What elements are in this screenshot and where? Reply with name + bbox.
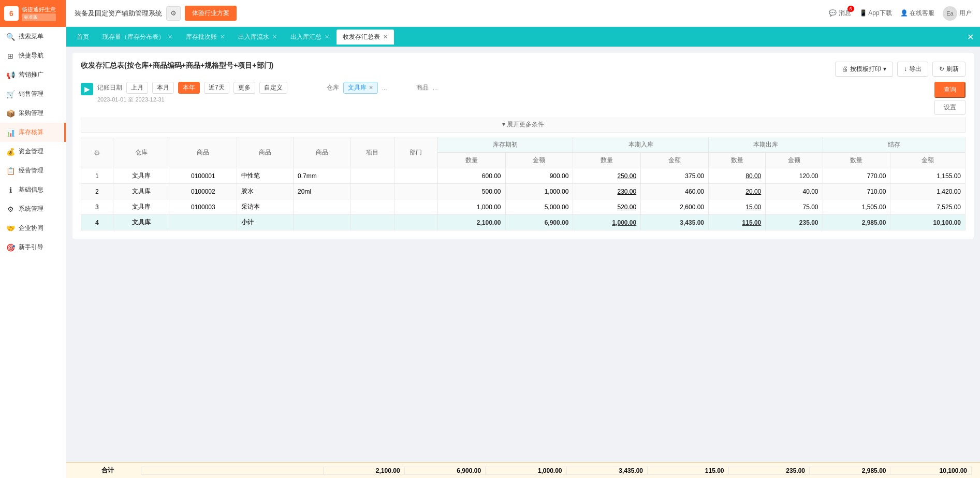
row1-in-qty[interactable]: 250.00 <box>573 168 641 184</box>
sidebar-item-sales[interactable]: 🛒 销售管理 <box>0 84 66 104</box>
last-month-btn[interactable]: 上月 <box>126 82 148 94</box>
sidebar-item-guide[interactable]: 🎯 新手引导 <box>0 238 66 257</box>
sidebar-item-search-menu[interactable]: 🔍 搜索菜单 <box>0 27 66 46</box>
th-in-qty: 数量 <box>573 153 641 168</box>
avatar: Ea <box>943 6 957 21</box>
row3-no: 3 <box>81 199 113 215</box>
query-button[interactable]: 查询 <box>934 82 966 98</box>
row2-out-qty[interactable]: 20.00 <box>709 184 766 199</box>
export-icon: ↓ <box>904 65 907 73</box>
expand-conditions-button[interactable]: ▾ 展开更多条件 <box>81 117 966 133</box>
goods-ellipsis[interactable]: ... <box>433 84 438 92</box>
th-dept: 部门 <box>394 137 437 168</box>
row2-in-amt: 460.00 <box>641 184 709 199</box>
tab-close-recv-send-summary[interactable]: ✕ <box>383 34 388 40</box>
header-gear-button[interactable]: ⚙ <box>166 6 181 21</box>
th-out-amt: 金额 <box>766 153 823 168</box>
tab-stock-dist[interactable]: 现存量（库存分布表） ✕ <box>96 30 179 45</box>
subtotal-out-qty[interactable]: 115.00 <box>709 215 766 230</box>
subtotal-in-qty[interactable]: 1,000.00 <box>573 215 641 230</box>
row3-close-amt: 7,525.00 <box>890 199 966 215</box>
sidebar-item-enterprise[interactable]: 🤝 企业协同 <box>0 219 66 238</box>
sidebar-item-purchase[interactable]: 📦 采购管理 <box>0 104 66 123</box>
row3-code: 0100003 <box>169 199 237 215</box>
tab-inout-flow[interactable]: 出入库流水 ✕ <box>232 30 283 45</box>
sidebar-item-quick-nav[interactable]: ⊞ 快捷导航 <box>0 46 66 65</box>
tab-close-inout-summary[interactable]: ✕ <box>325 34 329 40</box>
sidebar-item-marketing[interactable]: 📢 营销推广 <box>0 65 66 84</box>
tab-inout-summary[interactable]: 出入库汇总 ✕ <box>284 30 335 45</box>
th-outbound-group: 本期出库 <box>709 137 823 153</box>
user-area[interactable]: Ea 用户 <box>943 6 972 21</box>
print-button[interactable]: 🖨 按模板打印 ▾ <box>835 62 893 77</box>
online-service-link[interactable]: 👤 在线客服 <box>900 9 934 18</box>
sidebar-item-inventory[interactable]: 📊 库存核算 <box>0 123 66 142</box>
warehouse-label: 仓库 <box>327 83 339 92</box>
subtotal-in-amt: 3,435.00 <box>641 215 709 230</box>
row3-close-qty: 1,505.00 <box>823 199 890 215</box>
total-open-amt: 6,900.00 <box>404 467 485 474</box>
subtotal-open-qty: 2,100.00 <box>437 215 505 230</box>
this-year-btn[interactable]: 本年 <box>178 82 200 94</box>
row2-code: 0100002 <box>169 184 237 199</box>
this-month-btn[interactable]: 本月 <box>152 82 174 94</box>
row2-in-qty[interactable]: 230.00 <box>573 184 641 199</box>
tab-close-stock-dist[interactable]: ✕ <box>168 34 172 40</box>
row2-project <box>350 184 394 199</box>
subtotal-open-amt: 6,900.00 <box>505 215 573 230</box>
tab-batch[interactable]: 库存批次账 ✕ <box>180 30 231 45</box>
th-settings[interactable]: ⚙ <box>81 137 113 168</box>
row1-dept <box>394 168 437 184</box>
footer-label: 合计 <box>75 466 141 475</box>
subtotal-row: 4 文具库 小计 2,100.00 6,900.00 1,000.00 3,43… <box>81 215 966 230</box>
th-closing-group: 结存 <box>823 137 965 153</box>
row3-name: 采访本 <box>237 199 294 215</box>
sidebar-logo: 6 畅捷通好生意 标准版 <box>0 0 66 27</box>
tab-close-inout-flow[interactable]: ✕ <box>272 34 277 40</box>
row3-out-qty[interactable]: 15.00 <box>709 199 766 215</box>
system-icon: ⚙ <box>6 205 14 213</box>
marketing-icon: 📢 <box>6 71 14 79</box>
th-warehouse: 仓库 <box>113 137 169 168</box>
date-label: 记账日期 <box>97 83 122 92</box>
app-download-link[interactable]: 📱 App下载 <box>859 9 892 18</box>
row1-out-qty[interactable]: 80.00 <box>709 168 766 184</box>
row2-dept <box>394 184 437 199</box>
tab-close-batch[interactable]: ✕ <box>220 34 225 40</box>
message-badge[interactable]: 💬 消息 6 <box>829 9 851 18</box>
row1-open-amt: 900.00 <box>505 168 573 184</box>
page-actions: 🖨 按模板打印 ▾ ↓ 导出 ↻ 刷新 <box>835 62 966 77</box>
logo-icon: 6 <box>4 6 19 21</box>
try-solution-button[interactable]: 体验行业方案 <box>185 6 237 21</box>
tab-recv-send-summary[interactable]: 收发存汇总表 ✕ <box>337 30 394 45</box>
tab-home[interactable]: 首页 <box>70 30 95 45</box>
more-date-btn[interactable]: 更多 <box>233 82 255 94</box>
subtotal-dept <box>394 215 437 230</box>
export-button[interactable]: ↓ 导出 <box>897 62 928 77</box>
row3-in-amt: 2,600.00 <box>641 199 709 215</box>
sidebar-item-finance[interactable]: 💰 资金管理 <box>0 142 66 161</box>
subtotal-close-qty: 2,985.00 <box>823 215 890 230</box>
settings-button[interactable]: 设置 <box>934 100 966 115</box>
sidebar-item-basic[interactable]: ℹ 基础信息 <box>0 180 66 199</box>
finance-icon: 💰 <box>6 148 14 156</box>
row3-in-qty[interactable]: 520.00 <box>573 199 641 215</box>
th-open-qty: 数量 <box>437 153 505 168</box>
tab-bar-close-button[interactable]: ✕ <box>965 30 976 44</box>
sidebar-item-system[interactable]: ⚙ 系统管理 <box>0 199 66 219</box>
refresh-button[interactable]: ↻ 刷新 <box>932 62 966 77</box>
enterprise-icon: 🤝 <box>6 224 14 233</box>
filter-toggle-button[interactable]: ▶ <box>81 83 93 95</box>
custom-date-btn[interactable]: 自定义 <box>259 82 287 94</box>
warehouse-tag-close[interactable]: ✕ <box>369 84 373 91</box>
th-opening-group: 库存期初 <box>437 137 573 153</box>
last-7days-btn[interactable]: 近7天 <box>204 82 229 94</box>
row1-close-qty: 770.00 <box>823 168 890 184</box>
row1-warehouse: 文具库 <box>113 168 169 184</box>
printer-icon: 🖨 <box>842 65 848 73</box>
business-icon: 📋 <box>6 167 14 175</box>
sidebar-item-business[interactable]: 📋 经营管理 <box>0 161 66 180</box>
guide-icon: 🎯 <box>6 243 14 252</box>
warehouse-ellipsis[interactable]: ... <box>382 84 387 92</box>
date-range-display: 2023-01-01 至 2023-12-31 <box>97 96 930 104</box>
